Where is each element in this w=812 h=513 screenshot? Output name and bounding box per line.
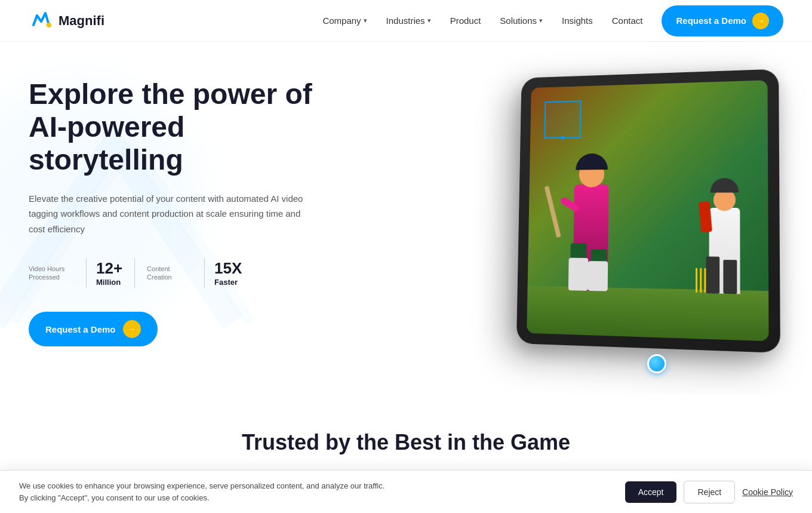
ai-box-corner-bl [544, 133, 549, 139]
navigation: Magnifi Company ▾ Industries ▾ Product S… [0, 0, 812, 42]
tablet-mockup [513, 72, 812, 364]
ai-detection-box [544, 100, 581, 139]
stump-1 [696, 268, 697, 293]
hero-image-area [484, 72, 812, 382]
hero-stat-content-value: 15X Faster [214, 259, 242, 287]
ai-box-corner-tl [545, 102, 550, 107]
carousel-dot[interactable] [647, 354, 666, 373]
cookie-banner: We use cookies to enhance your browsing … [0, 470, 812, 513]
trusted-title: Trusted by the Best in the Game [29, 430, 783, 455]
ai-box-corner-tr [576, 100, 582, 106]
ai-box-corner-br [575, 132, 581, 138]
hero-content: Explore the power of AI-powered storytel… [29, 78, 312, 346]
cricket-background [527, 80, 768, 341]
hero-stat-content: Content Creation [147, 265, 195, 282]
chevron-down-icon: ▾ [539, 17, 543, 24]
nav-product[interactable]: Product [450, 16, 481, 26]
logo[interactable]: Magnifi [29, 8, 104, 33]
nav-contact[interactable]: Contact [612, 16, 643, 26]
arrow-circle-icon: → [123, 320, 141, 338]
hero-cta-button[interactable]: Request a Demo → [29, 312, 158, 346]
nav-insights[interactable]: Insights [562, 16, 593, 26]
stat-divider-1 [86, 258, 87, 288]
cookie-reject-button[interactable]: Reject [684, 481, 735, 503]
cricket-player-keeper [700, 171, 756, 294]
cookie-policy-link[interactable]: Cookie Policy [742, 487, 793, 497]
hero-subtitle: Elevate the creative potential of your c… [29, 191, 303, 237]
cookie-text: We use cookies to enhance your browsing … [19, 480, 385, 503]
nav-cta-button[interactable]: Request a Demo → [662, 5, 783, 36]
tablet-screen [527, 80, 768, 341]
stat-divider-2 [134, 258, 135, 288]
hero-stat-video-value: 12+ Million [96, 259, 122, 287]
carousel-area [647, 354, 666, 373]
cricket-player-batsman [556, 137, 633, 291]
nav-links: Company ▾ Industries ▾ Product Solutions… [322, 5, 783, 36]
hero-title: Explore the power of AI-powered storytel… [29, 78, 312, 177]
chevron-down-icon: ▾ [364, 17, 367, 24]
hero-section: Explore the power of AI-powered storytel… [0, 42, 812, 394]
nav-industries[interactable]: Industries ▾ [386, 16, 431, 26]
svg-point-0 [47, 23, 51, 27]
hero-stats: Video Hours Processed 12+ Million Conten… [29, 258, 312, 288]
arrow-circle-icon: → [752, 13, 769, 29]
cricket-ground [527, 286, 768, 342]
cookie-accept-button[interactable]: Accept [625, 481, 677, 503]
chevron-down-icon: ▾ [427, 17, 431, 24]
hero-stat-video-hours: Video Hours Processed [29, 265, 76, 282]
nav-company[interactable]: Company ▾ [322, 16, 367, 26]
logo-text: Magnifi [59, 13, 104, 29]
stat-divider-3 [204, 258, 205, 288]
tablet-outer [516, 69, 780, 353]
nav-solutions[interactable]: Solutions ▾ [500, 16, 543, 26]
cookie-buttons: Accept Reject Cookie Policy [625, 481, 793, 503]
